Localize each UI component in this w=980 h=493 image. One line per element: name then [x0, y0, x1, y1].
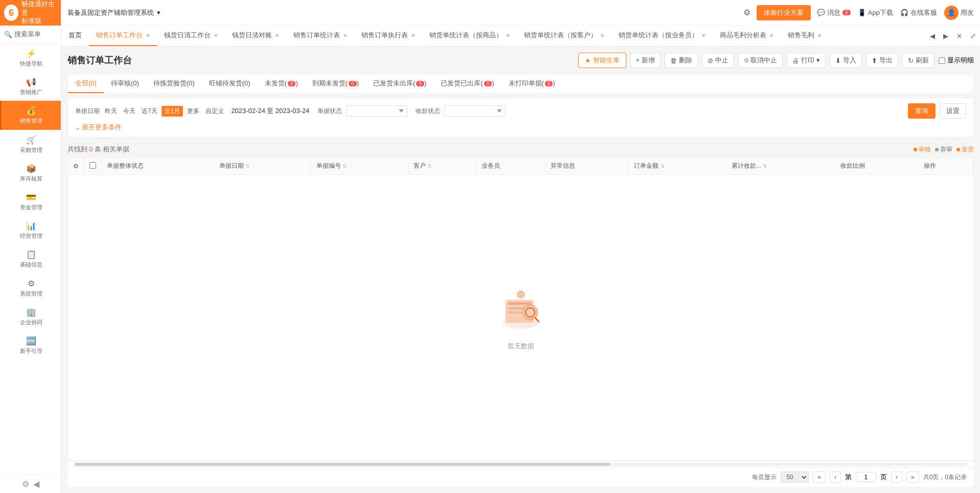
tab-sales-stat3[interactable]: 销货单统计表（按客户）✕: [517, 26, 611, 46]
settings-bottom-icon[interactable]: ⚙: [22, 479, 29, 489]
col-customer[interactable]: 客户 ⇅: [408, 158, 476, 175]
page-number-input[interactable]: [856, 472, 876, 482]
cancel-stop-button[interactable]: ⊙ 取消中止: [738, 53, 783, 68]
export-button[interactable]: ⬆ 导出: [866, 53, 898, 68]
add-button[interactable]: + 新增: [630, 53, 660, 68]
tab-close-cash-daily[interactable]: ✕: [214, 33, 218, 38]
col-number[interactable]: 单据编号 ⇅: [311, 158, 408, 175]
filter-tab-shipped-out[interactable]: 已发货已出库(0): [434, 75, 501, 93]
sidebar-item-enterprise[interactable]: 🏢企业协同: [0, 302, 61, 331]
date-opt-custom[interactable]: 自定义: [203, 106, 226, 117]
batch-ship-button[interactable]: 发货: [956, 145, 974, 154]
batch-void-button[interactable]: 弃审: [935, 145, 952, 154]
sidebar-item-inventory[interactable]: 📦库存核算: [0, 159, 61, 187]
tab-close-sales-order[interactable]: ✕: [146, 33, 150, 38]
filter-tab-wangpu-ship[interactable]: 旺铺待发货(0): [202, 75, 258, 93]
smart-create-button[interactable]: ★ 智能生单: [578, 53, 626, 68]
date-opt-yesterday[interactable]: 昨天: [103, 106, 119, 117]
tab-sales-exec[interactable]: 销售订单执行表✕: [354, 26, 422, 46]
topbar-title: 装备及固定资产辅助管理系统 ▾: [67, 8, 737, 17]
tab-close-sales-stat4[interactable]: ✕: [701, 33, 705, 38]
tab-close-sales-exec[interactable]: ✕: [411, 33, 415, 38]
filter-tab-expired-not-shipped[interactable]: 到期未发货(0): [305, 75, 366, 93]
app-download-item[interactable]: 📱 App下载: [858, 8, 893, 17]
stop-button[interactable]: ⊘ 中止: [702, 53, 734, 68]
payment-select[interactable]: [444, 105, 506, 117]
tab-sales-stat2[interactable]: 销货单统计表（按商品）✕: [422, 26, 517, 46]
tab-expand[interactable]: ⤢: [966, 28, 980, 44]
date-opt-1month[interactable]: 近1月: [162, 106, 184, 117]
page-prev-button[interactable]: ‹: [830, 472, 841, 483]
logo-text: 畅捷通好生意 标准版: [21, 0, 57, 26]
tab-close-cash-reconcile[interactable]: ✕: [275, 33, 279, 38]
query-button[interactable]: 查询: [908, 103, 936, 119]
tab-home[interactable]: 首页: [61, 26, 89, 46]
page-first-button[interactable]: «: [813, 472, 826, 483]
sidebar-item-finance[interactable]: 💳资金管理: [0, 187, 61, 216]
sidebar-item-operations[interactable]: 📊经营管理: [0, 216, 61, 244]
print-button[interactable]: 🖨 打印 ▾: [787, 53, 826, 68]
topbar-title-dropdown[interactable]: ▾: [157, 9, 161, 16]
service-item[interactable]: 🎧 在线客服: [900, 8, 937, 17]
date-opt-7days[interactable]: 近7天: [140, 106, 159, 117]
filter-tab-all[interactable]: 全部(0): [68, 75, 104, 93]
topbar-settings-icon[interactable]: ⚙: [743, 8, 750, 17]
tab-close-sales-stat3[interactable]: ✕: [600, 33, 604, 38]
status-field: 单据状态: [317, 105, 407, 117]
sales-icon: 💰: [26, 106, 36, 116]
message-item[interactable]: 💬 消息 6: [817, 8, 851, 17]
date-opt-today[interactable]: 今天: [121, 106, 138, 117]
page-next-button[interactable]: ›: [891, 472, 902, 483]
collapse-icon[interactable]: ◀: [33, 479, 39, 489]
import-button[interactable]: ⬇ 导入: [830, 53, 862, 68]
tab-close-sales-stat2[interactable]: ✕: [506, 33, 510, 38]
tab-close-sales-stat[interactable]: ✕: [343, 33, 347, 38]
search-setting-button[interactable]: 设置: [940, 103, 966, 119]
tab-sales-stat4[interactable]: 销货单统计表（按业务员）✕: [611, 26, 713, 46]
batch-review-button[interactable]: 审核: [914, 145, 931, 154]
tab-close-margin-stat[interactable]: ✕: [769, 33, 773, 38]
filter-tab-shipped-not-out[interactable]: 已发货未出库(0): [366, 75, 434, 93]
user-item[interactable]: 👤 用友: [944, 6, 974, 20]
col-settings[interactable]: ⚙: [68, 158, 84, 175]
tab-sales-amount[interactable]: 销售毛利✕: [781, 26, 829, 46]
tab-cash-daily[interactable]: 钱货日清工作台✕: [157, 26, 225, 46]
empty-icon: [495, 284, 546, 335]
filter-tab-pending-review[interactable]: 待审核(0): [104, 75, 146, 93]
tab-close-all[interactable]: ✕: [952, 28, 966, 44]
sidebar-item-base-info[interactable]: 📋基础信息: [0, 244, 61, 273]
ship-dot: [956, 148, 960, 151]
expand-conditions-button[interactable]: ⌄ 展开更多条件: [75, 123, 966, 132]
tab-sales-stat[interactable]: 销售订单统计表✕: [286, 26, 354, 46]
status-select[interactable]: [346, 105, 407, 117]
sidebar-item-guide[interactable]: 🆕新手引导: [0, 331, 61, 360]
page-last-button[interactable]: »: [906, 472, 919, 483]
sidebar-item-quick-nav[interactable]: ⚡快捷导航: [0, 43, 61, 72]
finance-icon: 💳: [26, 192, 36, 202]
sidebar-item-marketing[interactable]: 📢营销推广: [0, 72, 61, 101]
col-date[interactable]: 单据日期 ⇅: [214, 158, 311, 175]
sidebar-item-system[interactable]: ⚙系统管理: [0, 274, 61, 302]
col-amount[interactable]: 订单金额 ⇅: [629, 158, 726, 175]
filter-tab-not-shipped[interactable]: 未发货(0): [258, 75, 305, 93]
tab-margin-stat[interactable]: 商品毛利分析表✕: [713, 26, 781, 46]
show-detail-checkbox[interactable]: 显示明细: [939, 56, 974, 65]
tab-close-sales-amount[interactable]: ✕: [817, 33, 822, 38]
tab-scroll-left[interactable]: ◀: [926, 28, 939, 44]
sidebar-item-sales[interactable]: 💰销售管理: [0, 101, 61, 129]
sidebar-item-purchase[interactable]: 🛒采购管理: [0, 130, 61, 159]
tab-sales-order[interactable]: 销售订单工作台✕: [89, 26, 157, 46]
page-size-select[interactable]: 50 10 20 100: [781, 472, 809, 483]
filter-tab-pending-inspect[interactable]: 待拣货验货(0): [146, 75, 202, 93]
tab-scroll-right[interactable]: ▶: [939, 28, 952, 44]
date-opt-more[interactable]: 更多: [185, 106, 201, 117]
col-checkbox[interactable]: [84, 158, 102, 175]
filter-tab-not-printed[interactable]: 未打印单据(0): [502, 75, 562, 93]
tab-cash-reconcile[interactable]: 钱货日清对账✕: [225, 26, 286, 46]
delete-button[interactable]: 🗑 删除: [665, 53, 698, 68]
solution-button[interactable]: 体验行业方案: [757, 5, 811, 20]
refresh-button[interactable]: ↻ 刷新: [902, 53, 935, 68]
col-collected[interactable]: 累计收款... ⇅: [726, 158, 835, 175]
sort-customer-icon: ⇅: [427, 163, 431, 169]
sidebar-search[interactable]: 🔍 搜索菜单: [0, 26, 61, 43]
